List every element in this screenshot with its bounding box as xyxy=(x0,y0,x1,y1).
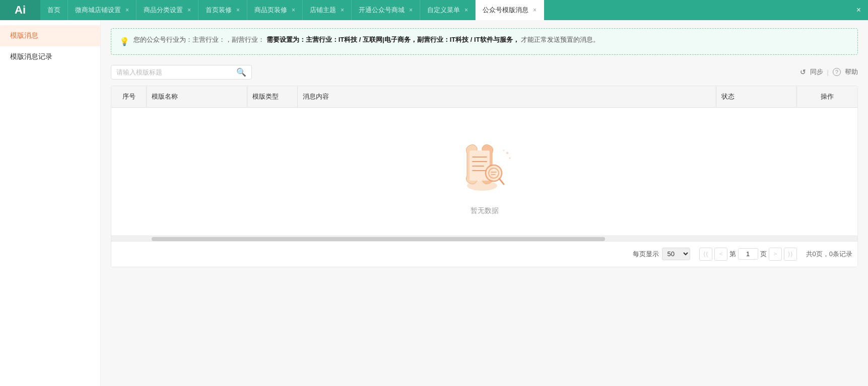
search-input[interactable] xyxy=(111,65,231,79)
last-page-button[interactable]: ⟩⟩ xyxy=(784,248,797,261)
tab-close-product-page[interactable]: × xyxy=(292,7,295,14)
tab-close-store-theme[interactable]: × xyxy=(341,7,344,14)
sync-button[interactable]: 同步 xyxy=(810,67,823,76)
content-area: 💡 您的公众号行业为：主营行业：，副营行业： 需要设置为：主营行业：IT科技 /… xyxy=(101,20,868,386)
next-page-button[interactable]: ＞ xyxy=(769,248,782,261)
tab-close-micro-store[interactable]: × xyxy=(125,7,129,14)
tab-close-homepage[interactable]: × xyxy=(236,7,240,14)
pagination: 每页显示 102050100 ⟨⟨ ＜ 第 页 ＞ ⟩⟩ 共0页 xyxy=(111,242,857,267)
page-suffix: 页 xyxy=(760,250,767,259)
svg-point-11 xyxy=(506,152,508,154)
bulb-icon: 💡 xyxy=(119,35,129,48)
sync-help-area: ↺ 同步 | ? 帮助 xyxy=(800,67,858,76)
search-button[interactable]: 🔍 xyxy=(231,67,251,77)
help-button[interactable]: 帮助 xyxy=(845,67,858,76)
table-header: 序号 模版名称 模版类型 消息内容 状态 操作 xyxy=(111,86,857,108)
notice-text: 您的公众号行业为：主营行业：，副营行业： 需要设置为：主营行业：IT科技 / 互… xyxy=(133,35,599,45)
table-wrap: 序号 模版名称 模版类型 消息内容 状态 操作 xyxy=(111,86,858,267)
main-layout: 模版消息模版消息记录 💡 您的公众号行业为：主营行业：，副营行业： 需要设置为：… xyxy=(0,20,868,386)
notice-highlight: 需要设置为：主营行业：IT科技 / 互联网|电子商务，副营行业：IT科技 / I… xyxy=(266,36,519,43)
scrollbar-thumb[interactable] xyxy=(152,237,605,241)
sync-icon: ↺ xyxy=(800,68,806,76)
notice-box: 💡 您的公众号行业为：主营行业：，副营行业： 需要设置为：主营行业：IT科技 /… xyxy=(111,28,858,55)
page-label: 第 xyxy=(729,250,736,259)
col-header-name: 模版名称 xyxy=(147,86,247,107)
page-size-dropdown[interactable]: 102050100 xyxy=(662,248,690,260)
tab-close-open-mall[interactable]: × xyxy=(409,7,413,14)
tab-custom-menu[interactable]: 自定义菜单× xyxy=(420,0,476,20)
tab-store-theme[interactable]: 店铺主题× xyxy=(303,0,352,20)
tab-product-page[interactable]: 商品页装修× xyxy=(247,0,303,20)
empty-state: 暂无数据 xyxy=(111,108,857,236)
col-header-content: 消息内容 xyxy=(298,86,716,107)
page-nav: ⟨⟨ ＜ 第 页 ＞ ⟩⟩ xyxy=(699,248,797,261)
tab-close-custom-menu[interactable]: × xyxy=(464,7,468,14)
col-header-status: 状态 xyxy=(716,86,797,107)
col-header-seq: 序号 xyxy=(111,86,147,107)
page-number-input[interactable] xyxy=(738,248,758,260)
tab-homepage[interactable]: 首页装修× xyxy=(198,0,247,20)
close-all-button[interactable]: × xyxy=(849,0,868,20)
top-nav: Ai 首页微商城店铺设置×商品分类设置×首页装修×商品页装修×店铺主题×开通公众… xyxy=(0,0,868,20)
page-input-group: 第 页 xyxy=(729,248,767,260)
tab-micro-store[interactable]: 微商城店铺设置× xyxy=(68,0,137,20)
search-row: 🔍 ↺ 同步 | ? 帮助 xyxy=(111,65,858,80)
col-header-action: 操作 xyxy=(797,86,857,107)
tab-category[interactable]: 商品分类设置× xyxy=(137,0,198,20)
page-size-select: 每页显示 102050100 xyxy=(633,248,690,260)
logo-text: Ai xyxy=(15,4,26,17)
logo: Ai xyxy=(0,0,40,20)
svg-point-12 xyxy=(509,157,510,159)
svg-point-13 xyxy=(503,149,504,151)
first-page-button[interactable]: ⟨⟨ xyxy=(699,248,712,261)
tab-close-category[interactable]: × xyxy=(187,7,191,14)
sidebar-item-template-record[interactable]: 模版消息记录 xyxy=(0,46,100,67)
tab-home[interactable]: 首页 xyxy=(40,0,68,20)
tab-list: 首页微商城店铺设置×商品分类设置×首页装修×商品页装修×店铺主题×开通公众号商城… xyxy=(40,0,849,20)
total-info: 共0页，0条记录 xyxy=(806,250,852,259)
notice-before: 您的公众号行业为：主营行业：，副营行业： xyxy=(133,36,264,43)
tab-close-template-msg[interactable]: × xyxy=(533,7,537,14)
tab-open-mall[interactable]: 开通公众号商城× xyxy=(352,0,420,20)
help-icon: ? xyxy=(833,68,841,76)
sidebar: 模版消息模版消息记录 xyxy=(0,20,101,386)
empty-text: 暂无数据 xyxy=(471,206,499,215)
col-header-type: 模版类型 xyxy=(247,86,298,107)
empty-illustration xyxy=(454,138,515,198)
horizontal-scrollbar[interactable] xyxy=(111,236,857,242)
svg-line-8 xyxy=(499,179,504,184)
divider: | xyxy=(827,68,829,76)
tab-template-msg[interactable]: 公众号模版消息× xyxy=(476,0,544,20)
prev-page-button[interactable]: ＜ xyxy=(714,248,727,261)
sidebar-item-template-msg[interactable]: 模版消息 xyxy=(0,25,100,46)
page-size-label: 每页显示 xyxy=(633,250,659,259)
notice-after: 才能正常发送预置的消息。 xyxy=(521,36,599,43)
search-input-wrap: 🔍 xyxy=(111,65,252,80)
